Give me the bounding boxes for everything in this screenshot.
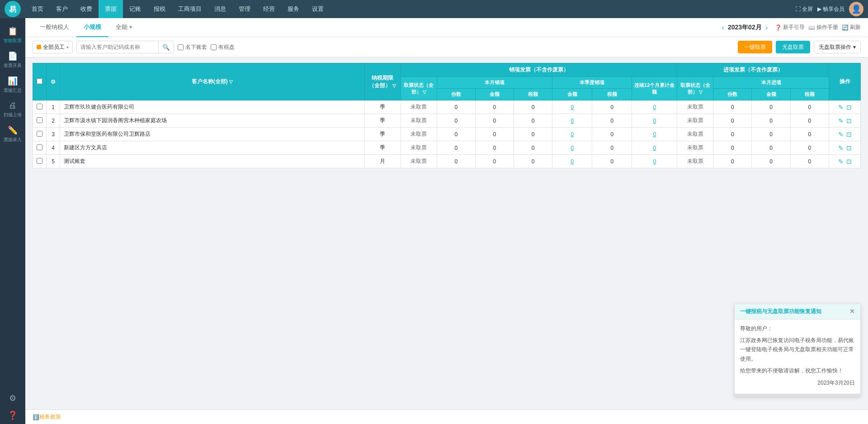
row-sales-month-tax: 0 [514,155,552,168]
sales-12m-link[interactable]: 0 [653,131,656,138]
row-purchase-month-tax: 0 [790,155,829,168]
row-sales-quarter-tax: 0 [592,141,632,155]
user-avatar[interactable]: 👤 [849,2,863,16]
view-icon[interactable]: ⊡ [846,117,852,124]
nav-operation[interactable]: 经营 [257,0,281,18]
view-icon[interactable]: ⊡ [846,158,852,165]
nav-bookkeeping[interactable]: 记账 [123,0,147,18]
bottom-bar: ℹ️ 税务政策 [25,410,868,424]
help-icon: ❓ [8,410,18,420]
row-purchase-month-copies: 0 [713,155,752,168]
fullscreen-btn[interactable]: ⛶ 全屏 [795,5,813,13]
row-checkbox[interactable] [37,104,42,110]
period-prev-btn[interactable]: ‹ [722,24,724,32]
edit-icon[interactable]: ✎ [838,131,844,138]
row-checkbox[interactable] [37,131,42,137]
row-index: 1 [47,100,60,114]
sidebar-item-invoice-entry[interactable]: ✏️ 票据录入 [0,122,25,147]
sales-12m-link[interactable]: 0 [653,158,656,165]
row-index: 2 [47,114,60,128]
tab-all[interactable]: 全能 ▾ [108,18,140,37]
sidebar: 📋 智能取票 📄 发票开具 📊 票据汇总 🖨 扫描上传 ✏️ 票据录入 ⚙ ❓ [0,18,25,424]
row-purchase-status: 未取票 [677,128,713,141]
view-icon[interactable]: ⊡ [846,104,852,111]
nav-admin[interactable]: 管理 [232,0,257,18]
row-sales-month-amount: 0 [475,141,514,155]
tax-policy-link[interactable]: 税务政策 [39,413,61,421]
sales-quarter-amount-link[interactable]: 0 [571,145,574,151]
checkbox-has-taxdisk[interactable]: 有税盘 [211,43,235,51]
nav-tax[interactable]: 报税 [147,0,172,18]
row-sales-quarter-tax: 0 [592,155,632,168]
nav-settings[interactable]: 设置 [306,0,330,18]
row-checkbox[interactable] [37,117,42,123]
nav-invoice[interactable]: 票据 [99,0,123,18]
own-account-checkbox[interactable] [178,44,184,50]
sidebar-item-issue-invoice[interactable]: 📄 发票开具 [0,48,25,72]
th-purchase-status: 取票状态（全部） ▽ [677,77,713,100]
sidebar-item-scan-upload[interactable]: 🖨 扫描上传 [0,97,25,122]
nav-home[interactable]: 首页 [25,0,50,18]
refresh-icon: 🔄 [842,24,849,31]
nav-message[interactable]: 消息 [208,0,232,18]
row-actions: ✎ ⊡ [829,128,861,141]
sidebar-item-settings[interactable]: ⚙ [0,390,25,407]
period-next-btn[interactable]: › [765,24,768,32]
no-disk-ops-btn[interactable]: 无盘取票操作 ▾ [814,41,861,53]
has-taxdisk-checkbox[interactable] [211,44,217,50]
row-sales-12m: 0 [632,155,677,168]
nav-billing[interactable]: 收费 [74,0,99,18]
view-icon[interactable]: ⊡ [846,131,852,138]
checkbox-own-account[interactable]: 名下账套 [178,43,207,51]
sidebar-item-smart-invoice[interactable]: 📋 智能取票 [0,23,25,48]
search-input[interactable] [77,41,158,53]
edit-icon[interactable]: ✎ [838,158,844,165]
sales-quarter-amount-link[interactable]: 0 [571,158,574,165]
manual-btn[interactable]: 📖 操作手册 [808,24,838,31]
nav-business[interactable]: 工商项目 [172,0,208,18]
sales-12m-link[interactable]: 0 [653,145,656,151]
row-checkbox[interactable] [37,144,42,150]
employee-select[interactable]: 全部员工 ▾ [33,41,73,53]
row-sales-month-tax: 0 [514,128,552,141]
nav-customer[interactable]: 客户 [50,0,74,18]
employee-select-label: 全部员工 [43,43,65,51]
edit-icon[interactable]: ✎ [838,104,844,111]
row-sales-quarter-amount: 0 [552,114,592,128]
row-index: 4 [47,141,60,155]
tab-small-scale[interactable]: 小规模 [76,18,108,37]
search-button[interactable]: 🔍 [158,41,174,53]
guide-btn[interactable]: ❓ 新手引导 [775,24,805,31]
sales-12m-link[interactable]: 0 [653,118,656,124]
notification-close-btn[interactable]: ✕ [849,308,855,315]
notification-scrollbar[interactable] [735,394,860,396]
one-click-fetch-btn[interactable]: 一键取票 [738,41,772,53]
sidebar-bottom: ⚙ ❓ [0,390,25,424]
sales-quarter-amount-link[interactable]: 0 [571,118,574,124]
member-btn[interactable]: ▶ 畅享会员 [817,5,844,13]
edit-icon[interactable]: ✎ [838,144,844,152]
sales-quarter-amount-link[interactable]: 0 [571,131,574,138]
edit-icon[interactable]: ✎ [838,117,844,124]
settings-col-icon: ⚙ [51,79,56,85]
no-disk-fetch-btn[interactable]: 无盘取票 [776,41,810,53]
table-row: 4 新建区方方文具店 季 未取票 0 0 0 0 0 0 未取票 0 0 0 ✎… [33,141,861,155]
sales-quarter-amount-link[interactable]: 0 [571,104,574,110]
sales-12m-link[interactable]: 0 [653,104,656,110]
row-checkbox[interactable] [37,158,42,164]
row-period: 月 [364,155,401,168]
row-purchase-month-amount: 0 [752,128,790,141]
sidebar-item-help[interactable]: ❓ [0,407,25,424]
nav-service[interactable]: 服务 [281,0,306,18]
app-logo[interactable]: 易 [5,1,21,17]
row-purchase-month-copies: 0 [713,100,752,114]
view-icon[interactable]: ⊡ [846,144,852,152]
tab-general-taxpayer[interactable]: 一般纳税人 [33,18,76,37]
th-purchase-month: 本月进项 [713,77,829,89]
search-bar: 🔍 [76,41,174,53]
row-sales-month-tax: 0 [514,141,552,155]
refresh-btn[interactable]: 🔄 刷新 [842,24,861,31]
th-sales-quarter-tax: 税额 [592,89,632,100]
select-all-checkbox[interactable] [37,78,42,84]
sidebar-item-invoice-summary[interactable]: 📊 票据汇总 [0,72,25,97]
